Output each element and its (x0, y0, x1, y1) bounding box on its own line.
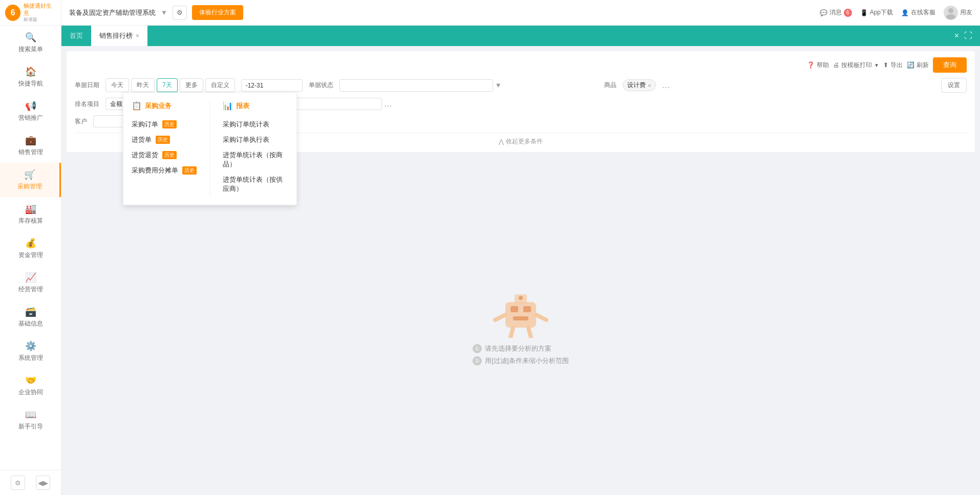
hist-badge-4: 历史 (182, 166, 197, 175)
dropdown-col-separator (210, 101, 210, 197)
purchase-col-icon: 📋 (132, 101, 142, 111)
svg-line-9 (528, 328, 531, 338)
inventory-icon: 🏭 (25, 203, 36, 214)
online-service-label: 在线客服 (911, 8, 935, 17)
dropdown-item-order-stats[interactable]: 采购订单统计表 (223, 117, 289, 132)
date-more-btn[interactable]: 更多 (180, 78, 203, 92)
sidebar-item-inventory[interactable]: 🏭 库存核算 (0, 197, 61, 231)
print-template-btn[interactable]: 🖨 按模板打印 ▼ (833, 61, 879, 70)
sidebar-item-sales[interactable]: 💼 销售管理 (0, 128, 61, 163)
refresh-btn[interactable]: 🔄 刷新 (907, 61, 929, 70)
dropdown-item-return[interactable]: 进货退货 历史 (132, 147, 198, 163)
voucher-status-label: 单据状态 (309, 81, 333, 90)
tab-home-label: 首页 (70, 31, 83, 40)
dropdown-item-expense[interactable]: 采购费用分摊单 历史 (132, 163, 198, 178)
dropdown-item-expense-label: 采购费用分摊单 (132, 166, 178, 175)
dropdown-item-purchase-order[interactable]: 采购订单 历史 (132, 117, 198, 132)
content-area: ❓ 帮助 🖨 按模板打印 ▼ ⬆ 导出 🔄 刷新 查询 (61, 46, 980, 495)
help-icon: ❓ (807, 61, 815, 69)
query-btn[interactable]: 查询 (933, 57, 967, 73)
sidebar-item-quicknav-label: 快捷导航 (18, 79, 43, 88)
filter-toolbar: ❓ 帮助 🖨 按模板打印 ▼ ⬆ 导出 🔄 刷新 查询 (75, 57, 967, 73)
date-custom-btn[interactable]: 自定义 (205, 78, 235, 92)
sidebar-item-finance-label: 资金管理 (18, 251, 43, 260)
empty-tips: ① 请先选择要分析的方案 ② 用[过滤]条件来缩小分析范围 (473, 344, 568, 365)
voucher-status-input[interactable] (339, 79, 493, 92)
reports-col-icon: 📊 (223, 101, 233, 111)
sidebar-item-marketing[interactable]: 📢 营销推广 (0, 94, 61, 128)
collapse-label: 收起更多条件 (506, 137, 543, 146)
app-download-btn[interactable]: 📱 App下载 (860, 8, 893, 17)
dropdown-item-receive-stats-product[interactable]: 进货单统计表（按商品） (223, 147, 289, 172)
tab-fullscreen-btn[interactable]: ⛶ (964, 31, 972, 40)
dropdown-item-receive-label: 进货单 (132, 135, 152, 144)
sidebar-item-system[interactable]: ⚙️ 系统管理 (0, 334, 61, 369)
dropdown-col2-title: 📊 报表 (223, 101, 289, 111)
purchase-icon: 🛒 (24, 169, 35, 180)
tab-sales-ranking[interactable]: 销售排行榜 × (91, 26, 147, 46)
sidebar-item-purchase-label: 采购管理 (17, 182, 42, 191)
date-quick-select: 今天 昨天 7天 更多 自定义 (105, 78, 235, 92)
tab-home[interactable]: 首页 (61, 26, 91, 46)
message-btn[interactable]: 💬 消息 6 (820, 8, 852, 17)
sidebar-item-purchase[interactable]: 🛒 采购管理 (0, 163, 61, 197)
collapse-btn[interactable]: ⋀ 收起更多条件 (499, 137, 543, 146)
topbar-right: 💬 消息 6 📱 App下载 👤 在线客服 用友 (820, 6, 972, 20)
dropdown-item-receive-stats-supplier-label: 进货单统计表（按供应商） (223, 175, 289, 193)
settings-btn[interactable]: 设置 (941, 78, 967, 93)
help-label: 帮助 (817, 61, 829, 70)
sidebar-footer: ⚙ ◀▶ (0, 470, 61, 495)
product-label: 商品 (604, 81, 616, 90)
svg-point-11 (519, 296, 523, 300)
print-template-label: 按模板打印 (841, 61, 872, 70)
salesperson-more-btn[interactable]: … (384, 99, 392, 109)
help-btn[interactable]: ❓ 帮助 (807, 61, 829, 70)
app-download-label: App下载 (870, 8, 893, 17)
main-area: 装备及固定资产辅助管理系统 ▼ ⚙ 体验行业方案 💬 消息 6 📱 App下载 … (61, 0, 980, 495)
sidebar-settings-btn[interactable]: ⚙ (11, 476, 25, 490)
rank-label: 排名项目 (75, 100, 99, 109)
system-icon: ⚙️ (25, 340, 36, 352)
sidebar-item-finance[interactable]: 💰 资金管理 (0, 231, 61, 266)
export-btn[interactable]: ⬆ 导出 (883, 61, 903, 70)
product-tag-close-btn[interactable]: × (648, 82, 651, 89)
date-yesterday-btn[interactable]: 昨天 (131, 78, 155, 92)
sidebar-collapse-btn[interactable]: ◀▶ (36, 476, 50, 490)
svg-line-7 (536, 315, 546, 320)
topbar: 装备及固定资产辅助管理系统 ▼ ⚙ 体验行业方案 💬 消息 6 📱 App下载 … (61, 0, 980, 26)
product-more-btn[interactable]: … (662, 81, 670, 90)
tab-window-close-btn[interactable]: × (954, 31, 959, 40)
tab-right-actions: × ⛶ (954, 31, 980, 40)
product-tag: 设计费 × (623, 79, 655, 91)
dropdown-item-receive[interactable]: 进货单 历史 (132, 132, 198, 147)
topbar-gear-btn[interactable]: ⚙ (173, 6, 187, 20)
home-icon: 🏠 (25, 66, 36, 77)
online-service-btn[interactable]: 👤 在线客服 (901, 8, 935, 17)
tab-sales-ranking-label: 销售排行榜 (99, 31, 133, 40)
tip-1-text: 请先选择要分析的方案 (485, 344, 551, 353)
sidebar-item-operations-label: 经营管理 (18, 285, 43, 294)
search-icon: 🔍 (25, 32, 36, 43)
guide-icon: 📖 (25, 409, 36, 420)
dropdown-item-order-exec[interactable]: 采购订单执行表 (223, 132, 289, 147)
topbar-dropdown-arrow[interactable]: ▼ (161, 9, 167, 16)
sidebar-item-operations[interactable]: 📈 经营管理 (0, 266, 61, 300)
hist-badge-3: 历史 (162, 151, 177, 159)
date-end-input[interactable] (241, 79, 303, 92)
sidebar-item-guide[interactable]: 📖 新手引导 (0, 403, 61, 437)
svg-point-1 (946, 14, 955, 19)
sidebar-item-basic-info[interactable]: 🗃️ 基础信息 (0, 300, 61, 334)
dropdown-menu: 📋 采购业务 采购订单 历史 进货单 历史 进货退货 历史 (123, 92, 297, 205)
date-7days-btn[interactable]: 7天 (157, 78, 178, 92)
message-label: 消息 (829, 8, 842, 17)
tab-close-btn[interactable]: × (136, 32, 139, 39)
tip-1-num: ① (473, 344, 482, 353)
sidebar-item-enterprise[interactable]: 🤝 企业协同 (0, 369, 61, 403)
dropdown-item-receive-stats-supplier[interactable]: 进货单统计表（按供应商） (223, 172, 289, 197)
sidebar-item-search[interactable]: 🔍 搜索菜单 (0, 26, 61, 60)
user-avatar-btn[interactable]: 用友 (944, 6, 972, 20)
date-today-btn[interactable]: 今天 (105, 78, 129, 92)
sidebar-item-quicknav[interactable]: 🏠 快捷导航 (0, 60, 61, 94)
industry-btn[interactable]: 体验行业方案 (192, 5, 243, 20)
export-label: 导出 (890, 61, 903, 70)
